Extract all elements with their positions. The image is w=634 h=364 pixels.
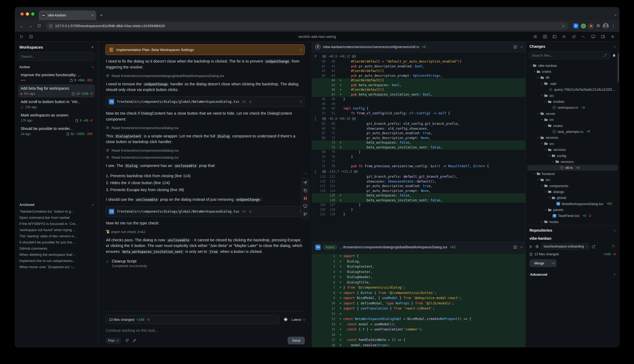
tree-folder[interactable]: src — [527, 177, 618, 183]
new-tab-button[interactable]: + — [97, 11, 105, 19]
maximize-window-button[interactable] — [31, 12, 34, 16]
tree-file[interactable]: TSBetaWorkspacesDialog.tsx+63 — [527, 201, 618, 207]
workspace-search-input[interactable] — [21, 54, 92, 59]
split-view-icon[interactable] — [513, 245, 517, 249]
workspace-item[interactable]: Should be possible to reorder... 2d ago5… — [18, 125, 95, 138]
send-button[interactable]: Send — [288, 337, 305, 344]
merge-split-button[interactable]: Merge — [529, 259, 557, 267]
git-compare-icon[interactable] — [570, 34, 577, 40]
tab-close-icon[interactable]: × — [91, 13, 94, 17]
workspace-item[interactable]: Improve the preview functionality: ... •… — [18, 71, 95, 84]
board-view-icon[interactable] — [27, 34, 34, 40]
panel-left-icon[interactable] — [551, 34, 558, 40]
tree-folder[interactable]: src — [527, 93, 618, 99]
changed-files-tree[interactable]: vibe-kanban crates db .sqlx query-70b21c… — [526, 61, 619, 225]
collapse-diff-icon[interactable] — [520, 45, 523, 48]
file-edit-card[interactable]: TS frontend/src/components/dialogs/globa… — [105, 206, 305, 217]
repository-row[interactable]: vibe-kanban — [526, 235, 619, 243]
expand-hunk-icon[interactable] — [312, 55, 318, 58]
tree-folder[interactable]: services — [527, 135, 618, 141]
file-edit-card[interactable]: TS frontend/src/components/dialogs/globa… — [105, 96, 305, 107]
expand-hunk-icon[interactable] — [312, 117, 318, 121]
changes-header[interactable]: Changes — [526, 42, 619, 51]
filter-brush-icon[interactable] — [612, 53, 616, 57]
tool-call-row[interactable]: Read frontend/src/components/ui/dialog.t… — [106, 155, 304, 159]
address-bar[interactable]: 127.0.0.1:57095/workspaces/c63c9fd6-dfb8… — [46, 22, 568, 30]
archived-workspace-item[interactable]: Open command bar from navbar — [18, 214, 95, 221]
extensions-puzzle-icon[interactable] — [596, 24, 600, 28]
tree-folder[interactable]: global — [527, 195, 618, 201]
diff-content[interactable]: 1 +import { 2 + Dialog, 3 + DialogConten… — [312, 253, 525, 347]
open-external-icon[interactable] — [592, 245, 595, 248]
copy-icon[interactable] — [303, 189, 307, 192]
monitor-icon[interactable] — [303, 204, 307, 208]
active-section-header[interactable]: Active — [18, 63, 95, 71]
more-actions-icon[interactable]: ⋯ — [303, 171, 307, 176]
workspace-search[interactable] — [18, 52, 95, 61]
pause-icon[interactable] — [304, 196, 307, 200]
expand-search-icon[interactable] — [604, 54, 607, 57]
tool-call-row[interactable]: Read frontend/src/components/dialogs/glo… — [106, 74, 304, 78]
profile-avatar[interactable] — [603, 23, 609, 29]
workspace-item[interactable]: Mark workspaces as unseen 17h ago3+45-0 — [18, 111, 95, 124]
archived-workspace-item[interactable]: When deleting the workspace that'... — [18, 252, 95, 258]
scrollbar-thumb[interactable] — [618, 53, 619, 82]
tree-file[interactable]: Rv8.rs+8 — [527, 165, 618, 171]
merge-button[interactable]: Merge — [529, 259, 549, 267]
tree-folder[interactable]: panels — [527, 207, 618, 213]
tree-folder[interactable]: routes — [527, 123, 618, 129]
browser-tab[interactable]: VK vibe-kanban × — [39, 10, 96, 20]
branch-selector[interactable]: louis/workspace-onboarding — [541, 243, 590, 250]
archived-workspace-item[interactable]: When hover over `Dropdown.tsx` i... — [18, 264, 95, 270]
terminal-icon[interactable] — [580, 34, 587, 40]
tree-folder[interactable]: components — [527, 183, 618, 189]
archived-workspace-item[interactable]: 'workspace not found' when trying ... — [18, 227, 95, 233]
archived-workspace-item[interactable]: The 'starting' state of dev servers is..… — [18, 233, 95, 239]
workspace-item[interactable]: Add beta flag for workspaces ▶5m ago13+2… — [18, 84, 95, 97]
attachment-icon[interactable] — [125, 338, 129, 343]
tree-folder[interactable]: frontend — [527, 171, 618, 177]
message-input-area[interactable] — [106, 328, 304, 333]
file-search-input[interactable] — [532, 53, 601, 57]
tree-folder[interactable]: hooks — [527, 219, 618, 225]
archived-workspace-item[interactable]: GitHub comments — [18, 245, 95, 252]
tree-file[interactable]: Rworkspace.rs+8 — [527, 105, 618, 111]
merge-options-chevron[interactable] — [549, 259, 557, 267]
tree-folder[interactable]: src — [527, 141, 618, 147]
settings-gear-icon[interactable] — [609, 34, 616, 40]
close-window-button[interactable] — [20, 12, 24, 16]
extension-icon-2[interactable] — [581, 24, 586, 28]
add-workspace-button[interactable]: + — [91, 45, 94, 49]
version-dropdown[interactable]: Latest — [292, 318, 305, 322]
monitor-icon[interactable] — [590, 34, 597, 40]
workspace-item[interactable]: Add scroll to bottom button in `Virt... … — [18, 98, 95, 111]
bookmark-star-icon[interactable]: ☆ — [562, 24, 565, 28]
site-info-icon[interactable] — [49, 24, 53, 28]
reload-button[interactable] — [35, 22, 43, 30]
tool-call-row[interactable]: Read frontend/src/components/ui/dialog.t… — [106, 148, 304, 152]
panel-right-icon[interactable] — [599, 34, 606, 40]
archived-section-header[interactable]: Archived — [18, 201, 95, 208]
tree-folder[interactable]: crates — [527, 68, 618, 74]
diff-file-header[interactable]: TS Added …/frontend/src/components/dialo… — [312, 242, 525, 253]
advanced-section[interactable]: Advanced — [526, 269, 619, 280]
tree-file[interactable]: TSTaskPanel.tsx+8-2 — [527, 213, 618, 219]
tree-file[interactable]: Rtask_attempts.rs+9 — [527, 129, 618, 134]
tree-folder[interactable]: src — [527, 117, 618, 123]
archived-workspace-item[interactable]: `NavbarContainer.tsx` button to g... — [18, 208, 95, 214]
message-input[interactable] — [106, 328, 304, 333]
tree-folder[interactable]: server — [527, 111, 618, 117]
tree-file[interactable]: query-70b21c5c0a2ba5c21c9c1132f14a68… — [527, 87, 618, 93]
file-search[interactable] — [529, 51, 610, 59]
git-branch-icon[interactable] — [303, 212, 307, 216]
archived-workspace-item[interactable]: It shouldn't be possible for just the ..… — [18, 239, 95, 245]
columns-view-icon[interactable] — [541, 34, 548, 40]
forward-button[interactable]: → — [26, 22, 34, 30]
rows-view-icon[interactable] — [532, 34, 539, 40]
edit-pen-icon[interactable] — [132, 338, 137, 343]
archived-workspace-item[interactable]: Implement the re-run setup/cleanu... — [18, 258, 95, 264]
split-view-icon[interactable] — [513, 45, 517, 49]
files-changed-summary[interactable]: 13 files changed +248 -4 — [105, 315, 280, 324]
browser-menu-icon[interactable]: ⋮ — [611, 24, 615, 28]
collapse-diff-icon[interactable] — [520, 245, 523, 248]
